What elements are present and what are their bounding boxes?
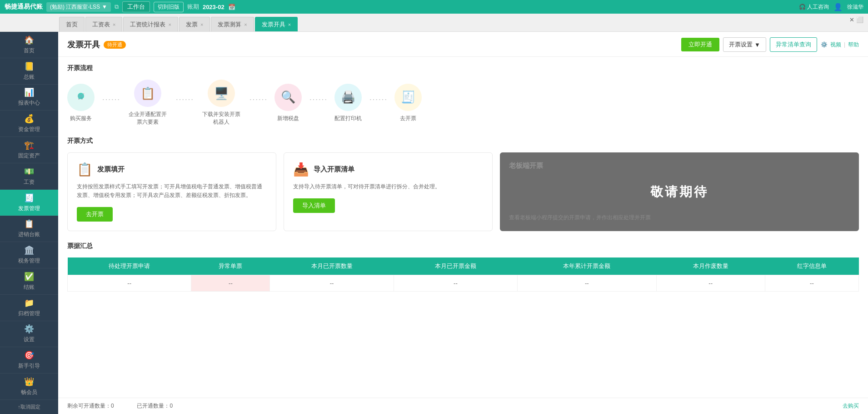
summary-cell-3[interactable]: --	[270, 275, 394, 292]
reports-icon: 📊	[24, 87, 34, 97]
tab-home[interactable]: 首页	[59, 17, 85, 31]
restore-icon[interactable]: ⬜	[856, 16, 863, 23]
sidebar: 🏠 首页 📒 总账 📊 报表中心 💰 资金管理 🏗️ 固定资产 💵 工资 🧾 发…	[0, 32, 58, 414]
main-content: 发票开具 待开通 立即开通 开票设置 ▼ 异常清单查询 ⚙️ 视频 | 帮助	[58, 32, 868, 414]
archive-icon: 📁	[24, 298, 34, 308]
flow-step-4: 🔍 新增税盘	[274, 84, 302, 122]
sidebar-item-settings[interactable]: ⚙️ 设置	[0, 321, 58, 348]
assets-icon: 🏗️	[24, 140, 34, 150]
tab-salary-report-close[interactable]: ×	[168, 22, 171, 27]
summary-row: -- -- -- -- -- -- --	[68, 275, 859, 292]
coming-text: 敬请期待	[650, 183, 708, 201]
sidebar-item-invoice[interactable]: 🧾 发票管理	[0, 190, 58, 216]
summary-cell-4[interactable]: --	[394, 275, 517, 292]
calendar-icon[interactable]: 📅	[228, 4, 235, 10]
period-value: 2023-02	[203, 4, 224, 10]
flow-step-2-icon: 📋	[134, 80, 161, 107]
view-label[interactable]: 视频	[830, 41, 841, 49]
tab-invoice-calc[interactable]: 发票测算 ×	[211, 17, 254, 31]
sidebar-item-vip[interactable]: 👑 畅会员	[0, 374, 58, 400]
summary-th-6: 本月作废数量	[656, 257, 765, 275]
status-badge: 待开通	[104, 41, 126, 49]
buy-link[interactable]: 去购买	[843, 402, 859, 410]
workbench-button[interactable]: 工作台	[122, 1, 150, 12]
tab-invoice-issue-label: 发票开具	[262, 20, 285, 29]
main-layout: 🏠 首页 📒 总账 📊 报表中心 💰 资金管理 🏗️ 固定资产 💵 工资 🧾 发…	[0, 32, 868, 414]
flow-step-4-icon: 🔍	[274, 84, 302, 111]
sidebar-item-home-label: 首页	[24, 47, 35, 55]
import-list-button[interactable]: 导入清单	[293, 198, 335, 213]
summary-cell-6[interactable]: --	[656, 275, 765, 292]
sidebar-item-reports[interactable]: 📊 报表中心	[0, 85, 58, 111]
sidebar-item-tax[interactable]: 🏛️ 税务管理	[0, 242, 58, 268]
flow-step-6: 🧾 去开票	[394, 84, 422, 122]
tab-invoice-issue-close[interactable]: ×	[288, 22, 291, 27]
tab-salary-close[interactable]: ×	[113, 22, 115, 27]
sidebar-item-assets[interactable]: 🏗️ 固定资产	[0, 137, 58, 163]
flow-arrow-1: ⋯⋯	[102, 94, 120, 112]
open-methods: 📋 发票填开 支持按照发票样式手工填写开发票；可开具增值税电子普通发票、增值税普…	[67, 152, 859, 231]
top-bar: 畅捷通易代账 (勉励) 江西服室-LSS ▼ ⧉ 工作台 切到旧版 账期 202…	[0, 0, 868, 14]
summary-cell-2[interactable]: --	[191, 275, 270, 292]
flow-section-title: 开票流程	[67, 64, 859, 72]
tab-salary[interactable]: 工资表 ×	[85, 17, 122, 31]
summary-cell-5[interactable]: --	[518, 275, 656, 292]
method-card-fill-desc: 支持按照发票样式手工填写开发票；可开具增值税电子普通发票、增值税普通发票、增值税…	[77, 182, 267, 200]
tab-home-label: 首页	[66, 20, 78, 29]
home-icon: 🏠	[24, 35, 34, 45]
summary-th-5: 本年累计开票金额	[518, 257, 656, 275]
abnormal-query-button[interactable]: 异常清单查询	[770, 37, 817, 52]
pin-button[interactable]: ↑取消固定	[0, 400, 58, 414]
summary-th-2: 异常单票	[191, 257, 270, 275]
flow-step-5-label: 配置打印机	[334, 115, 362, 122]
flow-step-3-label: 下载并安装开票机器人	[201, 111, 242, 126]
company-dropdown-icon: ▼	[102, 4, 107, 10]
sidebar-item-ledger[interactable]: 📒 总账	[0, 58, 58, 85]
chevron-down-icon: ▼	[754, 41, 760, 48]
summary-cell-7[interactable]: --	[765, 275, 858, 292]
tab-invoice-close[interactable]: ×	[200, 22, 203, 27]
method-card-import-header: 📥 导入开票清单	[293, 162, 483, 177]
vip-icon: 👑	[24, 377, 34, 387]
method-card-fill-title: 发票填开	[97, 165, 125, 174]
flow-step-5-icon: 🖨️	[334, 84, 362, 111]
flow-step-1-icon: 🛒	[67, 84, 95, 111]
method-card-import: 📥 导入开票清单 支持导入待开票清单，可对待开票清单进行拆分、合并处理。 导入清…	[284, 152, 493, 231]
open-settings-label: 开票设置	[729, 40, 753, 49]
sidebar-item-funds[interactable]: 💰 资金管理	[0, 111, 58, 137]
old-version-button[interactable]: 切到旧版	[154, 2, 184, 12]
settings-icon2: ⚙️	[821, 41, 828, 48]
copy-icon[interactable]: ⧉	[115, 3, 119, 10]
period-label: 账期	[187, 3, 199, 11]
sidebar-item-archive[interactable]: 📁 归档管理	[0, 295, 58, 321]
tab-invoice-label: 发票	[186, 20, 198, 29]
tab-invoice-calc-close[interactable]: ×	[244, 22, 247, 27]
sidebar-item-guide[interactable]: 🎯 新手引导	[0, 347, 58, 374]
tab-invoice-calc-label: 发票测算	[218, 20, 241, 29]
tab-salary-report[interactable]: 工资统计报表 ×	[123, 17, 178, 31]
sidebar-item-reconcile[interactable]: ✅ 结账	[0, 268, 58, 295]
summary-section-title: 票据汇总	[67, 242, 859, 250]
svg-text:🛒: 🛒	[78, 93, 85, 100]
customer-service[interactable]: 🎧 人工咨询	[799, 3, 829, 11]
coming-overlay: 敬请期待	[500, 152, 859, 231]
flow-step-3-icon: 🖥️	[208, 80, 235, 107]
summary-cell-1[interactable]: --	[68, 275, 191, 292]
sidebar-item-home[interactable]: 🏠 首页	[0, 32, 58, 58]
help-label[interactable]: 帮助	[848, 41, 859, 49]
close-all-tabs-icon[interactable]: ✕	[849, 16, 854, 23]
bottom-bar: 剩余可开通数量：0 已开通数量：0 去购买	[58, 398, 868, 414]
tab-invoice-issue[interactable]: 发票开具 ×	[255, 17, 298, 31]
sidebar-item-reconcile-label: 结账	[24, 283, 35, 291]
company-selector[interactable]: (勉励) 江西服室-LSS ▼	[46, 2, 111, 12]
open-settings-button[interactable]: 开票设置 ▼	[723, 37, 766, 52]
sidebar-item-purchase[interactable]: 📋 进销台账	[0, 216, 58, 242]
sidebar-item-salary[interactable]: 💵 工资	[0, 163, 58, 190]
tax-icon: 🏛️	[24, 245, 34, 255]
top-bar-left: 畅捷通易代账 (勉励) 江西服室-LSS ▼ ⧉ 工作台 切到旧版 账期 202…	[5, 1, 235, 12]
tab-salary-label: 工资表	[92, 20, 110, 29]
fill-invoice-button[interactable]: 去开票	[77, 207, 113, 222]
sidebar-item-assets-label: 固定资产	[18, 152, 40, 160]
tab-invoice[interactable]: 发票 ×	[179, 17, 210, 31]
open-now-button[interactable]: 立即开通	[681, 38, 719, 51]
